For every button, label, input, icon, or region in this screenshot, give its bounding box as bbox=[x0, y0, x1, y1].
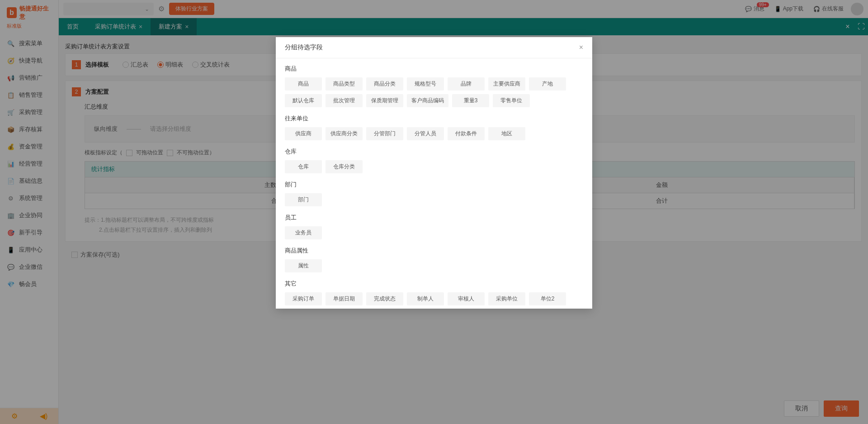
field-chip[interactable]: 保质期管理 bbox=[366, 94, 403, 107]
field-select-modal: 分组待选字段 × 商品商品商品类型商品分类规格型号品牌主要供应商产地默认仓库批次… bbox=[276, 37, 592, 309]
field-chips: 供应商供应商分类分管部门分管人员付款条件地区 bbox=[285, 127, 583, 140]
field-group-title: 仓库 bbox=[285, 148, 583, 156]
field-chips: 部门 bbox=[285, 193, 583, 206]
field-group-title: 员工 bbox=[285, 214, 583, 222]
field-chip[interactable]: 采购订单 bbox=[285, 292, 322, 305]
field-group: 往来单位供应商供应商分类分管部门分管人员付款条件地区 bbox=[285, 114, 583, 140]
field-chip[interactable]: 制单人 bbox=[407, 292, 444, 305]
field-chip[interactable]: 重量3 bbox=[452, 94, 489, 107]
close-icon[interactable]: × bbox=[579, 43, 583, 52]
field-group-title: 其它 bbox=[285, 280, 583, 288]
field-chip[interactable]: 供应商 bbox=[285, 127, 322, 140]
field-chip[interactable]: 客户商品编码 bbox=[407, 94, 448, 107]
field-chip[interactable]: 采购单位 bbox=[488, 292, 525, 305]
field-group: 商品属性属性 bbox=[285, 247, 583, 272]
field-group-title: 往来单位 bbox=[285, 114, 583, 123]
field-chip[interactable]: 仓库分类 bbox=[326, 160, 363, 173]
field-chip[interactable]: 地区 bbox=[488, 127, 525, 140]
field-chip[interactable]: 分管人员 bbox=[407, 127, 444, 140]
field-chips: 仓库仓库分类 bbox=[285, 160, 583, 173]
field-chip[interactable]: 产地 bbox=[529, 77, 566, 91]
field-chips: 商品商品类型商品分类规格型号品牌主要供应商产地默认仓库批次管理保质期管理客户商品… bbox=[285, 77, 583, 107]
field-group: 员工业务员 bbox=[285, 214, 583, 239]
field-chip[interactable]: 品牌 bbox=[448, 77, 485, 91]
modal-body: 商品商品商品类型商品分类规格型号品牌主要供应商产地默认仓库批次管理保质期管理客户… bbox=[276, 58, 592, 309]
field-chip[interactable]: 供应商分类 bbox=[326, 127, 363, 140]
field-group: 其它采购订单单据日期完成状态制单人审核人采购单位单位2主计量批号价格类型预计到货… bbox=[285, 280, 583, 309]
field-chip[interactable]: 规格型号 bbox=[407, 77, 444, 91]
field-chip[interactable]: 仓库 bbox=[285, 160, 322, 173]
modal-header: 分组待选字段 × bbox=[276, 37, 592, 58]
field-group-title: 商品属性 bbox=[285, 247, 583, 255]
field-chip[interactable]: 零售单位 bbox=[493, 94, 530, 107]
field-chip[interactable]: 单据日期 bbox=[326, 292, 363, 305]
field-chip[interactable]: 业务员 bbox=[285, 226, 322, 239]
field-chip[interactable]: 商品分类 bbox=[366, 77, 403, 91]
field-chip[interactable]: 商品类型 bbox=[326, 77, 363, 91]
field-chips: 业务员 bbox=[285, 226, 583, 239]
field-group: 部门部门 bbox=[285, 181, 583, 206]
field-group: 仓库仓库仓库分类 bbox=[285, 148, 583, 173]
field-group-title: 商品 bbox=[285, 65, 583, 73]
field-chip[interactable]: 默认仓库 bbox=[285, 94, 322, 107]
modal-title: 分组待选字段 bbox=[285, 43, 323, 52]
field-chip[interactable]: 属性 bbox=[285, 259, 322, 272]
field-chip[interactable]: 完成状态 bbox=[366, 292, 403, 305]
field-chip[interactable]: 主要供应商 bbox=[488, 77, 525, 91]
field-chip[interactable]: 商品 bbox=[285, 77, 322, 91]
field-chip[interactable]: 单位2 bbox=[529, 292, 566, 305]
field-group: 商品商品商品类型商品分类规格型号品牌主要供应商产地默认仓库批次管理保质期管理客户… bbox=[285, 65, 583, 107]
field-chip[interactable]: 审核人 bbox=[448, 292, 485, 305]
field-group-title: 部门 bbox=[285, 181, 583, 189]
field-chips: 采购订单单据日期完成状态制单人审核人采购单位单位2主计量批号价格类型预计到货日期… bbox=[285, 292, 583, 309]
field-chips: 属性 bbox=[285, 259, 583, 272]
field-chip[interactable]: 分管部门 bbox=[366, 127, 403, 140]
field-chip[interactable]: 部门 bbox=[285, 193, 322, 206]
field-chip[interactable]: 批次管理 bbox=[326, 94, 363, 107]
field-chip[interactable]: 付款条件 bbox=[448, 127, 485, 140]
